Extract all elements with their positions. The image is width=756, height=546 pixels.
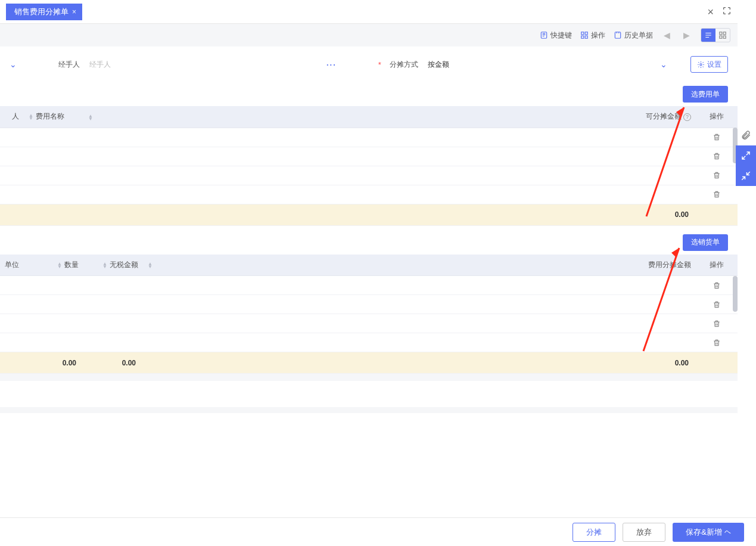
fullscreen-icon[interactable] (722, 6, 732, 15)
handler-input[interactable]: 经手人 (89, 60, 316, 70)
method-label: 分摊方式 (390, 60, 418, 70)
table-row[interactable] (0, 185, 738, 204)
table-row[interactable] (0, 166, 738, 185)
table-row[interactable] (0, 333, 738, 352)
close-icon[interactable]: × (707, 6, 714, 18)
trash-icon[interactable] (713, 152, 721, 160)
svg-rect-3 (581, 36, 584, 38)
next-record-icon[interactable]: ▶ (681, 30, 692, 40)
prev-record-icon[interactable]: ◀ (661, 30, 673, 40)
expand-in-icon[interactable] (736, 166, 756, 186)
col-fee-alloc[interactable]: 费用分摊金额 (630, 255, 696, 276)
info-icon: ? (683, 113, 691, 121)
trash-icon[interactable] (713, 190, 721, 198)
save-and-new-button[interactable]: 保存&新增 ヘ (673, 523, 744, 542)
tab-title: 销售费用分摊单 (14, 4, 69, 20)
empty-panel (0, 413, 738, 520)
discard-button[interactable]: 放弃 (623, 523, 665, 542)
col-unit[interactable]: 单位 (0, 255, 24, 276)
svg-rect-8 (720, 36, 722, 38)
svg-rect-7 (723, 32, 726, 35)
table-row[interactable] (0, 314, 738, 333)
svg-point-10 (700, 63, 702, 65)
trash-icon[interactable] (713, 133, 721, 141)
svg-rect-2 (585, 32, 587, 35)
col-fee-name[interactable]: ▲▼费用名称 (24, 106, 83, 128)
trash-icon[interactable] (713, 339, 721, 347)
svg-rect-1 (581, 32, 584, 35)
method-chevron-icon[interactable]: ⌄ (660, 60, 667, 69)
col-qty[interactable]: ▲▼数量 (24, 255, 83, 276)
select-expense-bill-button[interactable]: 选费用单 (683, 86, 728, 103)
sales-table: 单位 ▲▼数量 ▲▼无税金额 ▲▼ 费用分摊金额 操作 0.000.000.00 (0, 255, 738, 374)
col-op2: 操作 (696, 255, 738, 276)
trash-icon[interactable] (713, 281, 721, 290)
svg-rect-5 (615, 32, 620, 39)
table-row[interactable] (0, 295, 738, 314)
svg-rect-6 (720, 32, 722, 35)
side-icon-bar (736, 125, 756, 186)
col-empty[interactable]: ▲▼ (83, 106, 630, 128)
history-button[interactable]: 历史单据 (614, 30, 653, 41)
scrollbar-thumb[interactable] (733, 276, 738, 312)
trash-icon[interactable] (713, 319, 721, 328)
table-row[interactable] (0, 276, 738, 295)
chevron-up-icon: ヘ (724, 528, 731, 536)
handler-label: 经手人 (58, 60, 80, 70)
allocate-button[interactable]: 分摊 (573, 523, 615, 542)
chevron-down-icon[interactable]: ⌄ (10, 60, 17, 69)
select-sales-bill-button[interactable]: 选销货单 (683, 234, 728, 251)
svg-rect-4 (585, 36, 587, 38)
operate-button[interactable]: 操作 (580, 30, 605, 41)
svg-rect-9 (723, 36, 726, 38)
table-row[interactable] (0, 147, 738, 166)
shortcut-button[interactable]: 快捷键 (540, 30, 572, 41)
form-row: ⌄ 经手人 经手人 ··· * 分摊方式 按金额 ⌄ 设置 (0, 46, 738, 82)
view-toggle (701, 28, 730, 42)
trash-icon[interactable] (713, 300, 721, 309)
toolbar: 快捷键 操作 历史单据 ◀ ▶ (0, 24, 738, 46)
col-alloc-amount[interactable]: 可分摊金额? (630, 106, 696, 128)
total-row: 0.00 (0, 204, 738, 225)
footer: 分摊 放弃 保存&新增 ヘ (0, 517, 756, 546)
col-notax[interactable]: ▲▼无税金额 (83, 255, 143, 276)
view-list-icon[interactable] (701, 29, 715, 42)
attachment-icon[interactable] (736, 125, 756, 145)
required-mark: * (378, 60, 381, 69)
settings-button[interactable]: 设置 (690, 56, 728, 73)
total-row: 0.000.000.00 (0, 352, 738, 374)
expense-table: 人 ▲▼费用名称 ▲▼ 可分摊金额? 操作 0.00 (0, 106, 738, 226)
table-row[interactable] (0, 128, 738, 147)
tab-close-x-icon[interactable]: × (72, 4, 76, 20)
expand-out-icon[interactable] (736, 145, 756, 166)
col-payer[interactable]: 人 (0, 106, 24, 128)
tab-sales-expense[interactable]: 销售费用分摊单 × (6, 4, 82, 20)
method-select[interactable]: 按金额 (428, 60, 654, 70)
tab-bar: 销售费用分摊单 × × (0, 0, 738, 24)
trash-icon[interactable] (713, 171, 721, 179)
col-empty2[interactable]: ▲▼ (143, 255, 630, 276)
col-op: 操作 (696, 106, 738, 128)
view-grid-icon[interactable] (715, 29, 730, 42)
handler-more-icon[interactable]: ··· (326, 60, 337, 69)
